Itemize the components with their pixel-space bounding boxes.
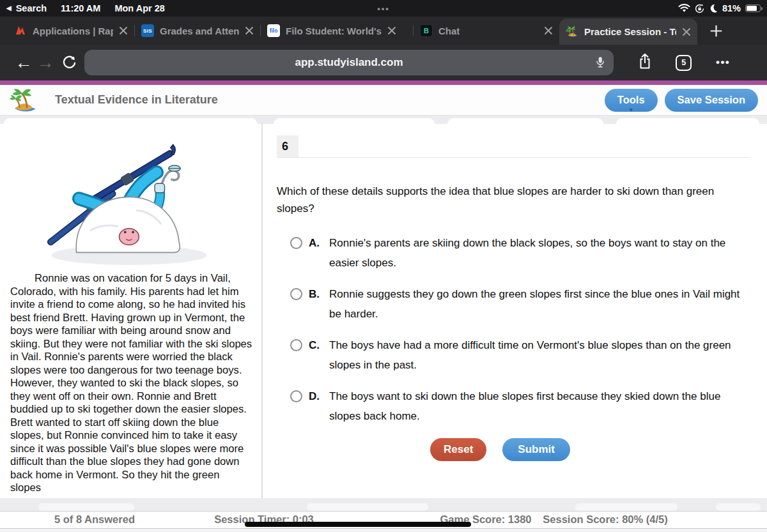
option-letter: B. xyxy=(309,285,329,304)
session-content: Ronnie was on vacation for 5 days in Vai… xyxy=(0,116,767,498)
tab-chat[interactable]: B Chat xyxy=(414,17,559,45)
filo-icon: filo xyxy=(267,24,280,37)
tab-grades-attendance[interactable]: SIS Grades and Attendan xyxy=(135,17,260,45)
tab-count: 5 xyxy=(681,58,686,67)
option-text: Ronnie suggests they go down the green s… xyxy=(329,285,741,324)
new-tab-button[interactable] xyxy=(697,17,734,45)
palm-tree-icon xyxy=(566,26,578,38)
submit-button[interactable]: Submit xyxy=(502,438,570,461)
dictation-button[interactable] xyxy=(595,56,605,72)
option-a[interactable]: A. Ronnie's parents are skiing down the … xyxy=(290,234,749,273)
microphone-icon xyxy=(595,56,605,69)
studyisland-header: Textual Evidence in Literature Tools ▾ S… xyxy=(0,85,767,116)
plus-icon xyxy=(710,25,722,37)
option-text: The boys want to ski down the blue slope… xyxy=(329,387,741,426)
reload-button[interactable] xyxy=(56,56,82,70)
tools-button[interactable]: Tools ▾ xyxy=(605,89,658,112)
back-button[interactable]: ← xyxy=(13,54,35,72)
passage-panel[interactable]: Ronnie was on vacation for 5 days in Vai… xyxy=(0,124,261,498)
tab-title: Applications | RapidI xyxy=(33,26,113,36)
close-tab-icon[interactable] xyxy=(245,26,254,35)
reload-icon xyxy=(62,56,77,70)
answered-count: 5 of 8 Answered xyxy=(0,513,189,526)
url-text: app.studyisland.com xyxy=(295,56,403,69)
chevron-down-icon: ▾ xyxy=(630,107,633,113)
crashed-skier-illustration xyxy=(45,132,216,267)
option-b[interactable]: B. Ronnie suggests they go down the gree… xyxy=(290,285,749,324)
ipad-screen: ◀ Search 11:20 AM Mon Apr 28 ••• 8 xyxy=(0,0,767,532)
multitask-dots-icon[interactable]: ••• xyxy=(0,4,767,13)
question-text: Which of these details supports the idea… xyxy=(277,183,749,217)
radio-button[interactable] xyxy=(290,339,302,351)
studyisland-logo-icon xyxy=(9,87,38,114)
share-icon xyxy=(638,53,652,70)
safari-nav-bar: ← → app.studyisland.com xyxy=(0,45,767,80)
close-tab-icon[interactable] xyxy=(682,27,691,36)
close-tab-icon[interactable] xyxy=(544,26,553,35)
passage-text: Ronnie was on vacation for 5 days in Vai… xyxy=(0,270,261,495)
forward-button[interactable]: → xyxy=(35,54,56,72)
option-letter: C. xyxy=(309,336,329,355)
address-bar[interactable]: app.studyisland.com xyxy=(84,50,614,75)
close-tab-icon[interactable] xyxy=(119,26,128,35)
question-divider xyxy=(277,157,749,158)
radio-button[interactable] xyxy=(290,237,302,249)
safari-tab-bar: Applications | RapidI SIS Grades and Att… xyxy=(0,17,767,45)
card-top-strip xyxy=(0,116,767,124)
radio-button[interactable] xyxy=(290,288,302,300)
tab-applications-rapididentity[interactable]: Applications | RapidI xyxy=(8,17,134,45)
answer-options: A. Ronnie's parents are skiing down the … xyxy=(290,234,749,426)
cloud-strip xyxy=(0,498,767,511)
question-panel: 6 Which of these details supports the id… xyxy=(263,124,767,498)
question-number: 6 xyxy=(277,135,298,157)
option-letter: D. xyxy=(309,387,329,406)
tab-filo-student[interactable]: filo Filo Student: World's xyxy=(261,17,413,45)
option-c[interactable]: C. The boys have had a more difficult ti… xyxy=(290,336,749,375)
screen-bottom-edge xyxy=(0,528,767,532)
sis-icon: SIS xyxy=(141,24,154,37)
brainly-icon: B xyxy=(420,24,433,37)
option-d[interactable]: D. The boys want to ski down the blue sl… xyxy=(290,387,749,426)
option-letter: A. xyxy=(309,234,329,253)
page-title: Textual Evidence in Literature xyxy=(55,93,218,107)
tab-title: Filo Student: World's xyxy=(286,26,382,36)
option-text: The boys have had a more difficult time … xyxy=(329,336,741,375)
tab-title: Practice Session - Te xyxy=(584,26,676,37)
save-session-button[interactable]: Save Session xyxy=(665,89,758,112)
share-button[interactable] xyxy=(638,53,652,72)
tab-practice-session-active[interactable]: Practice Session - Te xyxy=(559,19,697,45)
more-menu-button[interactable]: ••• xyxy=(716,56,730,69)
tab-title: Chat xyxy=(438,26,460,36)
site-accent-strip xyxy=(0,80,767,85)
battery-icon xyxy=(745,4,761,12)
tab-overview-button[interactable]: 5 xyxy=(676,55,692,71)
status-bar: ◀ Search 11:20 AM Mon Apr 28 ••• 8 xyxy=(0,0,767,17)
tab-title: Grades and Attendan xyxy=(160,26,239,36)
rapididentity-icon xyxy=(14,24,27,37)
home-indicator[interactable] xyxy=(245,522,471,527)
radio-button[interactable] xyxy=(290,390,302,402)
session-score: Session Score: 80% (4/5) xyxy=(529,513,682,526)
close-tab-icon[interactable] xyxy=(387,26,396,35)
option-text: Ronnie's parents are skiing down the bla… xyxy=(329,234,741,273)
reset-button[interactable]: Reset xyxy=(430,438,486,461)
